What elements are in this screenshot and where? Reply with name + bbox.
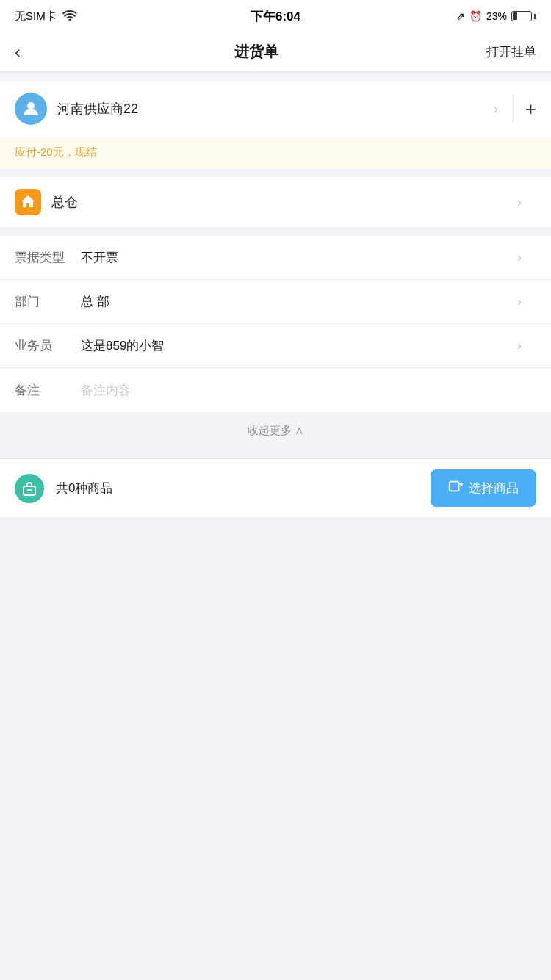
battery-icon [511, 11, 536, 21]
collapse-bar[interactable]: 收起更多 ∧ [0, 412, 551, 450]
status-bar-left: 无SIM卡 [15, 10, 77, 24]
warehouse-name: 总仓 [51, 193, 517, 211]
battery-pct: 23% [486, 10, 507, 22]
supplier-section: 河南供应商22 › + 应付-20元，现结 [0, 81, 551, 168]
note-row[interactable]: 备注 备注内容 [0, 368, 551, 412]
staff-chevron-icon: › [517, 338, 522, 353]
department-chevron-icon: › [517, 294, 522, 309]
section-gap-3 [0, 227, 551, 236]
select-product-button[interactable]: 选择商品 [431, 469, 536, 507]
form-section: 票据类型 不开票 › 部门 总 部 › 业务员 这是859的小智 › 备注 备注… [0, 236, 551, 412]
status-bar-time: 下午6:04 [251, 8, 300, 25]
collapse-label: 收起更多 ∧ [248, 424, 303, 436]
svg-point-0 [27, 102, 35, 109]
supplier-name: 河南供应商22 [57, 100, 494, 118]
page-footer [0, 517, 551, 723]
select-product-icon [448, 479, 463, 497]
status-bar: 无SIM卡 下午6:04 ⇗ ⏰ 23% [0, 0, 551, 32]
section-gap-1 [0, 72, 551, 81]
wifi-icon [62, 10, 77, 23]
department-value: 总 部 [81, 293, 517, 310]
status-bar-right: ⇗ ⏰ 23% [456, 10, 536, 22]
warehouse-row[interactable]: 总仓 › [0, 177, 551, 227]
section-gap-4 [0, 450, 551, 458]
warehouse-chevron-icon: › [517, 195, 522, 210]
product-count-text: 共0种商品 [56, 480, 419, 497]
supplier-row[interactable]: 河南供应商22 › + [0, 81, 551, 137]
bottom-bar: 共0种商品 选择商品 [0, 458, 551, 517]
notice-text: 应付-20元，现结 [15, 145, 97, 158]
add-button[interactable]: + [513, 95, 536, 123]
department-row[interactable]: 部门 总 部 › [0, 280, 551, 324]
svg-rect-3 [450, 482, 459, 491]
note-input[interactable]: 备注内容 [81, 382, 536, 399]
ticket-type-chevron-icon: › [517, 250, 522, 265]
page-title: 进货单 [234, 42, 278, 62]
back-button[interactable]: ‹ [15, 36, 26, 68]
ticket-type-label: 票据类型 [15, 249, 81, 266]
nav-bar: ‹ 进货单 打开挂单 [0, 32, 551, 72]
staff-row[interactable]: 业务员 这是859的小智 › [0, 324, 551, 368]
section-gap-2 [0, 168, 551, 177]
location-icon: ⇗ [456, 10, 465, 22]
supplier-chevron-icon: › [494, 101, 498, 117]
department-label: 部门 [15, 293, 81, 310]
product-count-icon [15, 474, 44, 503]
supplier-avatar [15, 93, 47, 125]
alarm-icon: ⏰ [469, 10, 482, 22]
select-product-label: 选择商品 [469, 480, 519, 497]
warehouse-icon [15, 189, 41, 215]
notice-bar: 应付-20元，现结 [0, 137, 551, 168]
warehouse-section: 总仓 › [0, 177, 551, 227]
ticket-type-value: 不开票 [81, 249, 517, 266]
staff-value: 这是859的小智 [81, 337, 517, 354]
carrier-text: 无SIM卡 [15, 10, 57, 24]
open-pending-button[interactable]: 打开挂单 [486, 43, 536, 60]
note-label: 备注 [15, 382, 81, 399]
ticket-type-row[interactable]: 票据类型 不开票 › [0, 236, 551, 280]
staff-label: 业务员 [15, 337, 81, 354]
